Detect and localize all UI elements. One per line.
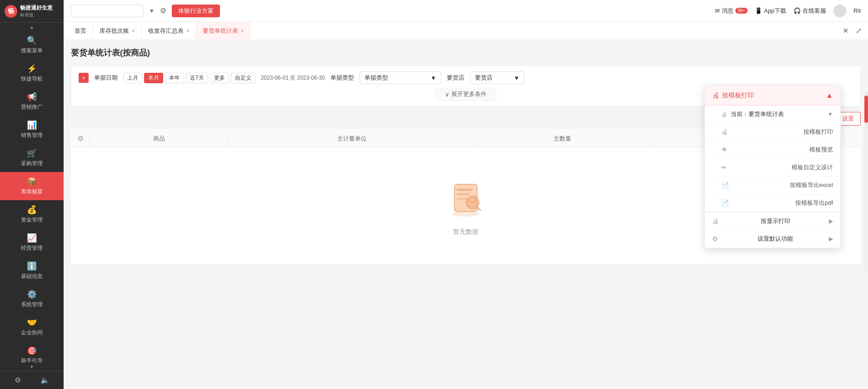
search-input[interactable] [71, 5, 144, 17]
date-custom-button[interactable]: 自定义 [231, 73, 255, 83]
tabs-bar: 首页 库存批次账 × 收发存汇总表 × 要货单统计表 × ✕ ⤢ [64, 22, 868, 40]
empty-state-illustration [443, 175, 489, 221]
tab-order-stats-close[interactable]: × [241, 28, 244, 34]
volume-icon[interactable]: 🔈 [40, 376, 50, 384]
sidebar-item-guide[interactable]: 🎯 新手引导 [0, 341, 64, 363]
online-service-button[interactable]: 🎧 在线客服 [793, 7, 826, 15]
sidebar-item-basic[interactable]: ℹ️ 基础信息 [0, 257, 64, 285]
print-dropdown-title-area: 🖨 按模板打印 [712, 91, 754, 100]
tab-revenue-close[interactable]: × [186, 28, 190, 34]
date-more-button[interactable]: 更多 [210, 73, 229, 83]
template-preview-label: 模板预览 [809, 146, 833, 154]
sidebar-item-label-finance: 资金管理 [21, 216, 43, 224]
type-select-arrow: ▼ [430, 75, 436, 81]
dropdown-template-export-excel[interactable]: 📄 按模板导出excel [705, 177, 840, 194]
template-export-pdf-label: 按模板导出pdf [795, 199, 833, 207]
dropdown-template-design[interactable]: ✏ 模板自定义设计 [705, 159, 840, 177]
sidebar-item-finance[interactable]: 💰 资金管理 [0, 200, 64, 228]
expand-more-button[interactable]: ∨ 展开更多条件 [435, 88, 496, 101]
yaohuodian-label: 要货店 [447, 74, 464, 82]
sidebar-item-search[interactable]: 🔍 搜索菜单 [0, 31, 64, 59]
sidebar-scroll-up[interactable]: ▲ [0, 23, 64, 31]
scrollbar-thumb[interactable] [864, 96, 868, 123]
default-fn-arrow: ▶ [829, 236, 833, 242]
svg-point-0 [452, 211, 479, 217]
app-icon: 📱 [755, 7, 762, 14]
sidebar-bottom: ⚙ 🔈 [0, 371, 64, 389]
quicknav-icon: ⚡ [27, 64, 37, 74]
date-current-year-button[interactable]: 本年 [165, 73, 184, 83]
table-settings-icon[interactable]: ⚙ [77, 135, 84, 142]
date-current-month-button[interactable]: 本月 [144, 73, 163, 83]
filter-collapse-button[interactable]: » [79, 73, 89, 83]
display-print-label: 按显示打印 [761, 217, 790, 225]
tab-order-stats-label: 要货单统计表 [203, 27, 238, 35]
dropdown-template-print[interactable]: 🖨 按模板打印 [705, 123, 840, 141]
sidebar-item-label-operation: 经营管理 [21, 244, 43, 252]
search-dropdown-button[interactable]: ▼ [149, 8, 155, 14]
content-area: 要货单统计表(按商品) » 单据日期 上月 本月 本年 近7天 更多 自定义 2… [64, 40, 868, 389]
dropdown-display-print[interactable]: 🖨 按显示打印 ▶ [705, 212, 840, 230]
scrollbar-track [864, 91, 868, 273]
sidebar-item-marketing[interactable]: 📢 营销推广 [0, 87, 64, 116]
template-design-label: 模板自定义设计 [792, 163, 833, 172]
tab-revenue[interactable]: 收发存汇总表 × [142, 22, 196, 40]
topbar-settings-icon[interactable]: ⚙ [160, 6, 166, 15]
finance-icon: 💰 [27, 205, 37, 215]
sidebar-item-sales[interactable]: 📊 销售管理 [0, 116, 64, 144]
trial-button[interactable]: 体验行业方案 [172, 5, 220, 17]
sidebar-item-purchase[interactable]: 🛒 采购管理 [0, 144, 64, 172]
tabs-right-controls: ✕ ⤢ [841, 25, 863, 37]
current-template-arrow: ▼ [828, 111, 833, 117]
date-prev-month-button[interactable]: 上月 [123, 73, 142, 83]
yaohuodian-select[interactable]: 要货店 ▼ [470, 71, 524, 84]
guide-icon: 🎯 [27, 346, 37, 356]
tab-batch-close[interactable]: × [132, 28, 135, 34]
tab-expand-button[interactable]: ⤢ [854, 25, 863, 37]
settings-icon[interactable]: ⚙ [15, 376, 21, 384]
sidebar-item-quicknav[interactable]: ⚡ 快捷导航 [0, 59, 64, 87]
tab-order-stats[interactable]: 要货单统计表 × [196, 22, 251, 40]
sidebar-item-operation[interactable]: 📈 经营管理 [0, 228, 64, 257]
dropdown-template-export-pdf[interactable]: 📄 按模板导出pdf [705, 194, 840, 212]
message-button[interactable]: ✉ 消息 99+ [715, 7, 748, 15]
sidebar-scroll-down[interactable]: ▼ [0, 363, 64, 371]
template-print-icon: 🖨 [721, 128, 728, 136]
print-dropdown-title: 按模板打印 [722, 91, 754, 100]
tab-close-all-button[interactable]: ✕ [841, 25, 850, 37]
dropdown-default-fn[interactable]: ⚙ 设置默认功能 ▶ [705, 230, 840, 248]
logo-text: 畅捷通好生意 标准版 [20, 4, 53, 18]
operation-icon: 📈 [27, 233, 37, 243]
inventory-icon: 📦 [27, 177, 37, 187]
empty-state-text: 暂无数据 [453, 228, 479, 236]
print-dropdown-current-item[interactable]: 🖨 当前：要货单统计表 ▼ [705, 106, 840, 123]
expand-more-label: 展开更多条件 [451, 90, 487, 98]
app-download-button[interactable]: 📱 App下载 [755, 7, 786, 15]
sidebar-item-collab[interactable]: 🤝 企业协同 [0, 313, 64, 341]
tab-home-label: 首页 [75, 27, 86, 35]
sidebar-item-label-collab: 企业协同 [21, 329, 43, 337]
avatar[interactable] [833, 5, 846, 17]
print-dropdown: 🖨 按模板打印 ▲ 🖨 当前：要货单统计表 ▼ 🖨 按模板打印 👁 模板预览 [704, 86, 841, 248]
svg-line-8 [477, 207, 480, 210]
purchase-icon: 🛒 [27, 148, 37, 158]
sidebar-item-label-purchase: 采购管理 [21, 160, 43, 167]
sidebar-item-system[interactable]: ⚙️ 系统管理 [0, 285, 64, 313]
tab-home[interactable]: 首页 [68, 22, 93, 40]
date-7days-button[interactable]: 近7天 [186, 73, 208, 83]
sidebar-item-label-system: 系统管理 [21, 301, 43, 308]
sidebar-item-inventory[interactable]: 📦 库存核算 [0, 172, 64, 200]
print-dropdown-close-button[interactable]: ▲ [826, 91, 833, 100]
filter-row-main: » 单据日期 上月 本月 本年 近7天 更多 自定义 2023-06-01 至 … [79, 71, 853, 84]
default-fn-label: 设置默认功能 [758, 235, 793, 243]
col-settings: ⚙ [71, 130, 90, 148]
topbar: ▼ ⚙ 体验行业方案 ✉ 消息 99+ 📱 App下载 🎧 在线客服 Rit [64, 0, 868, 22]
type-select[interactable]: 单据类型 ▼ [359, 71, 441, 84]
username-label[interactable]: Rit [853, 7, 861, 14]
current-template-label: 当前：要货单统计表 [731, 110, 784, 118]
sidebar-logo: 畅 畅捷通好生意 标准版 [0, 0, 64, 23]
sidebar: 畅 畅捷通好生意 标准版 ▲ 🔍 搜索菜单 ⚡ 快捷导航 📢 营销推广 📊 销售… [0, 0, 64, 389]
dropdown-template-preview[interactable]: 👁 模板预览 [705, 141, 840, 159]
collab-icon: 🤝 [27, 318, 37, 328]
tab-batch[interactable]: 库存批次账 × [93, 22, 142, 40]
